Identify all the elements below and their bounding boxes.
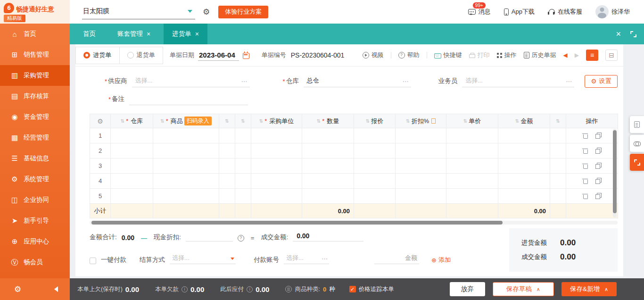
copy-row-icon[interactable]: [595, 148, 602, 154]
more-icon[interactable]: ⋯: [403, 78, 409, 85]
vertical-scrollbar[interactable]: [613, 129, 617, 217]
sort-icon[interactable]: ⇅: [225, 118, 229, 124]
discount-doc-icon[interactable]: [431, 118, 436, 124]
grid-cell[interactable]: [153, 128, 219, 143]
footer-gear-icon[interactable]: ⚙: [14, 284, 21, 294]
calendar-icon[interactable]: [243, 53, 249, 59]
expand-float-button[interactable]: [630, 154, 644, 171]
sidebar-item-inventory[interactable]: ▤ 库存核算: [0, 86, 70, 107]
info-icon[interactable]: [182, 286, 188, 292]
copy-row-icon[interactable]: [595, 133, 602, 139]
grid-cell[interactable]: [354, 143, 396, 158]
settings-button[interactable]: ⚙ 设置: [585, 75, 618, 88]
grid-cell[interactable]: [396, 189, 446, 204]
grid-cell[interactable]: [153, 189, 219, 204]
more-icon[interactable]: ⋯: [241, 78, 248, 85]
remark-field[interactable]: [129, 93, 248, 105]
copy-row-icon[interactable]: [595, 178, 602, 184]
grid-cell[interactable]: [396, 128, 446, 143]
delete-row-icon[interactable]: [582, 178, 588, 184]
salesman-field[interactable]: 选择... ⋯: [462, 75, 574, 87]
save-draft-button[interactable]: 保存草稿 ∧: [493, 282, 554, 296]
grid-cell[interactable]: [446, 158, 498, 174]
radio-icon[interactable]: [127, 52, 134, 58]
help-button[interactable]: 帮助: [398, 51, 420, 59]
sidebar-item-funds[interactable]: ◉ 资金管理: [0, 107, 70, 127]
print-button[interactable]: 打印: [469, 51, 490, 59]
price-track-checkbox[interactable]: ✓: [349, 286, 356, 292]
radio-selected-icon[interactable]: [83, 52, 90, 58]
grid-cell[interactable]: [550, 174, 566, 189]
close-icon[interactable]: ×: [195, 30, 199, 38]
warehouse-field[interactable]: 总仓 ⋯: [304, 75, 411, 87]
messages-button[interactable]: 99+ 消息: [468, 8, 491, 16]
grid-cell[interactable]: [251, 143, 302, 158]
grid-cell[interactable]: [498, 158, 550, 174]
doc-type-purchase[interactable]: 进货单: [76, 47, 119, 64]
grid-cell[interactable]: [219, 128, 235, 143]
grid-cell[interactable]: [302, 158, 354, 174]
grid-cell[interactable]: [302, 174, 354, 189]
sidebar-item-purchase[interactable]: ▥ 采购管理: [0, 65, 70, 86]
grid-cell[interactable]: [219, 189, 235, 204]
doc-type-return[interactable]: 退货单: [119, 47, 163, 64]
grid-cell[interactable]: [153, 143, 219, 158]
grid-cell[interactable]: [354, 128, 396, 143]
grid-cell[interactable]: [251, 189, 302, 204]
grid-cell[interactable]: [396, 174, 446, 189]
grid-cell[interactable]: [446, 174, 498, 189]
sidebar-item-business[interactable]: ▦ 经营管理: [0, 127, 70, 148]
header-gear-icon[interactable]: ⚙: [203, 7, 210, 17]
grid-cell[interactable]: [111, 158, 153, 174]
delete-row-icon[interactable]: [582, 133, 588, 139]
grid-cell[interactable]: [111, 174, 153, 189]
app-download-button[interactable]: App下载: [504, 8, 535, 16]
tab-account-mgmt[interactable]: 账套管理 ×: [109, 24, 159, 44]
operations-button[interactable]: 操作: [497, 51, 517, 59]
more-icon[interactable]: ⋯: [566, 78, 572, 85]
scrollbar-thumb[interactable]: [613, 130, 617, 213]
grid-cell[interactable]: [302, 128, 354, 143]
grid-cell[interactable]: [498, 128, 550, 143]
grid-cell[interactable]: [550, 143, 566, 158]
more-icon[interactable]: ⋯: [322, 255, 328, 262]
online-service-button[interactable]: 在线客服: [548, 8, 582, 16]
feedback-float-button[interactable]: [630, 116, 644, 133]
sort-icon[interactable]: ⇅: [121, 118, 124, 124]
grid-cell[interactable]: [446, 128, 498, 143]
view-list-button[interactable]: ≡: [586, 50, 598, 61]
grid-cell[interactable]: [550, 158, 566, 174]
grid-cell[interactable]: [550, 128, 566, 143]
cash-discount-input[interactable]: [186, 232, 233, 242]
company-select[interactable]: 日太阳膜: [82, 4, 195, 19]
grid-cell[interactable]: [219, 143, 235, 158]
sort-icon[interactable]: ⇅: [241, 118, 245, 124]
grid-cell[interactable]: [235, 189, 251, 204]
tab-home[interactable]: 首页: [74, 24, 104, 44]
grid-cell[interactable]: [354, 174, 396, 189]
grid-cell[interactable]: [396, 143, 446, 158]
deal-amount-field[interactable]: 0.00: [293, 232, 363, 242]
date-value[interactable]: 2023-06-04: [198, 50, 239, 61]
delete-row-icon[interactable]: [582, 193, 588, 199]
sidebar-item-guide[interactable]: ➤ 新手引导: [0, 210, 70, 231]
column-settings-gear-icon[interactable]: ⚙: [90, 114, 111, 128]
close-icon[interactable]: ×: [147, 30, 150, 38]
sidebar-item-collab[interactable]: ◫ 企业协同: [0, 190, 70, 210]
grid-cell[interactable]: [235, 143, 251, 158]
sidebar-item-member[interactable]: Ⓥ 畅会员: [0, 252, 70, 273]
copy-row-icon[interactable]: [595, 193, 602, 199]
grid-cell[interactable]: [251, 174, 302, 189]
grid-cell[interactable]: [302, 143, 354, 158]
link-float-button[interactable]: [630, 135, 644, 152]
grid-cell[interactable]: [354, 158, 396, 174]
scrollbar-thumb[interactable]: [91, 221, 503, 225]
sort-icon[interactable]: ⇅: [366, 118, 370, 124]
close-all-icon[interactable]: ×: [616, 29, 621, 39]
next-arrow-icon[interactable]: ▶: [575, 52, 579, 58]
grid-cell[interactable]: [153, 174, 219, 189]
sidebar-item-sales[interactable]: ⊞ 销售管理: [0, 44, 70, 65]
grid-cell[interactable]: [219, 158, 235, 174]
tab-purchase-order[interactable]: 进货单 ×: [164, 24, 207, 44]
scan-entry-button[interactable]: 扫码录入: [184, 117, 212, 125]
